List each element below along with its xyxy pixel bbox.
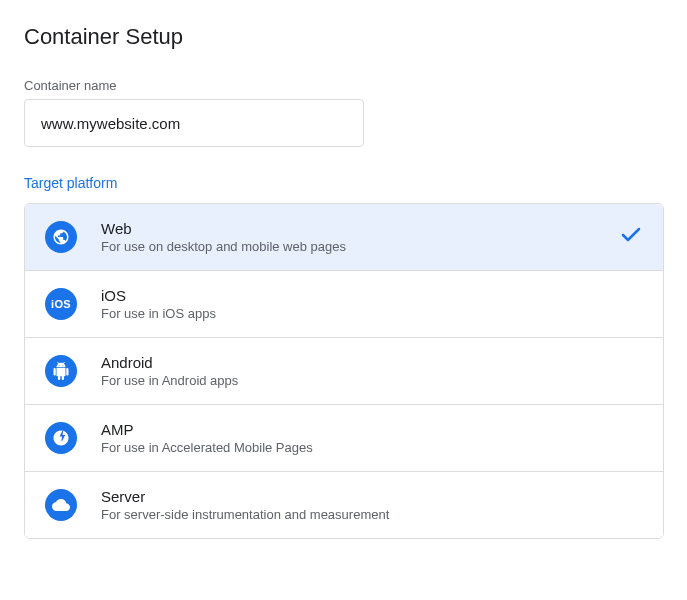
amp-icon: [45, 422, 77, 454]
platform-desc: For server-side instrumentation and meas…: [101, 507, 643, 522]
platform-text: Web For use on desktop and mobile web pa…: [101, 220, 619, 254]
android-icon: [45, 355, 77, 387]
page-title: Container Setup: [24, 24, 663, 50]
ios-icon: iOS: [45, 288, 77, 320]
platform-desc: For use in Accelerated Mobile Pages: [101, 440, 643, 455]
check-icon: [619, 223, 643, 251]
platform-option-amp[interactable]: AMP For use in Accelerated Mobile Pages: [25, 405, 663, 472]
globe-icon: [45, 221, 77, 253]
platform-option-server[interactable]: Server For server-side instrumentation a…: [25, 472, 663, 538]
platform-option-ios[interactable]: iOS iOS For use in iOS apps: [25, 271, 663, 338]
platform-text: AMP For use in Accelerated Mobile Pages: [101, 421, 643, 455]
platform-name: AMP: [101, 421, 643, 438]
platform-name: Server: [101, 488, 643, 505]
platform-option-android[interactable]: Android For use in Android apps: [25, 338, 663, 405]
container-name-field: Container name: [24, 78, 663, 147]
platform-name: Web: [101, 220, 619, 237]
target-platform-label: Target platform: [24, 175, 663, 191]
cloud-icon: [45, 489, 77, 521]
platform-desc: For use in Android apps: [101, 373, 643, 388]
container-name-label: Container name: [24, 78, 663, 93]
platform-list: Web For use on desktop and mobile web pa…: [24, 203, 664, 539]
container-name-input[interactable]: [24, 99, 364, 147]
platform-desc: For use on desktop and mobile web pages: [101, 239, 619, 254]
platform-text: Server For server-side instrumentation a…: [101, 488, 643, 522]
platform-option-web[interactable]: Web For use on desktop and mobile web pa…: [25, 204, 663, 271]
platform-text: iOS For use in iOS apps: [101, 287, 643, 321]
platform-text: Android For use in Android apps: [101, 354, 643, 388]
platform-desc: For use in iOS apps: [101, 306, 643, 321]
platform-name: iOS: [101, 287, 643, 304]
platform-name: Android: [101, 354, 643, 371]
